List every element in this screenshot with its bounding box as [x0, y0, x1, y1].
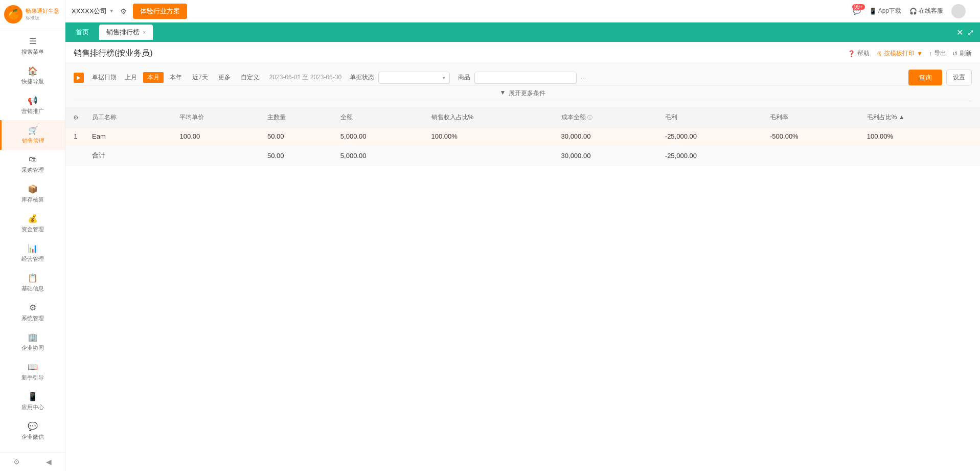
- date-tab-custom[interactable]: 自定义: [237, 72, 263, 83]
- date-tab-this-month[interactable]: 本月: [143, 72, 164, 83]
- cell-gross-ratio-0: 100.00%: [861, 127, 980, 146]
- online-service-label: 在线客服: [919, 7, 943, 15]
- sidebar-item-wechat[interactable]: 💬 企业微信: [0, 416, 65, 446]
- footer-quantity: 50.00: [261, 146, 334, 166]
- trial-button[interactable]: 体验行业方案: [133, 4, 187, 19]
- goods-filter: 商品 ···: [458, 72, 586, 84]
- expand-more-filters[interactable]: ▼ 展开更多条件: [74, 85, 972, 101]
- table-footer-row: 合计 50.00 5,000.00 30,000.00 -25,000.00: [65, 146, 980, 166]
- nav-label-enterprise: 企业协同: [21, 344, 44, 352]
- status-select[interactable]: [378, 72, 450, 84]
- nav-icon-vip: V: [30, 451, 35, 452]
- page-content-area: 销售排行榜(按业务员) ❓ 帮助 🖨 按模板打印 ▼ ↑: [65, 42, 980, 471]
- cell-sales-ratio-0: 100.00%: [425, 127, 555, 146]
- export-button[interactable]: ↑ 导出: [929, 49, 946, 58]
- date-range-display: 2023-06-01 至 2023-06-30: [269, 73, 341, 82]
- nav-icon-marketing: 📢: [28, 96, 38, 105]
- sidebar-item-vip[interactable]: V 畅会员: [0, 446, 65, 452]
- nav-icon-wechat: 💬: [28, 421, 38, 431]
- tab-close-all-icon[interactable]: ✕: [956, 28, 963, 37]
- sidebar-item-enterprise[interactable]: 🏢 企业协同: [0, 327, 65, 357]
- nav-icon-purchase: 🛍: [29, 155, 37, 164]
- tab-sales-ranking[interactable]: 销售排行榜 ×: [99, 25, 153, 40]
- goods-more-icon[interactable]: ···: [581, 74, 586, 81]
- filter-collapse-btn[interactable]: ▶: [74, 73, 84, 83]
- cell-quantity-0: 50.00: [261, 127, 334, 146]
- expand-more-label: 展开更多条件: [509, 89, 545, 98]
- nav-label-purchase: 采购管理: [21, 166, 44, 174]
- print-dropdown-icon: ▼: [917, 50, 923, 57]
- user-avatar[interactable]: [951, 4, 966, 18]
- sidebar-item-search-order[interactable]: ☰ 搜索菜单: [0, 31, 65, 61]
- nav-icon-enterprise: 🏢: [28, 332, 38, 342]
- th-name: 员工名称: [86, 108, 173, 127]
- footer-avg-price: [173, 146, 261, 166]
- table-header: ⚙ 员工名称 平均单价 主数量 全额 销售收入占比% 成本全额 ⓘ: [65, 108, 980, 127]
- sidebar-item-app-center[interactable]: 📱 应用中心: [0, 387, 65, 416]
- headset-icon: 🎧: [909, 8, 917, 15]
- table-footer: 合计 50.00 5,000.00 30,000.00 -25,000.00: [65, 146, 980, 166]
- app-download-button[interactable]: 📱 App下载: [869, 7, 901, 15]
- footer-gross-ratio: [861, 146, 980, 166]
- cell-rank-0: 1: [65, 127, 86, 146]
- main-content: XXXXX公司 ▼ ⚙ 体验行业方案 💬 99+ 📱 App下载 🎧 在线客服: [65, 0, 980, 471]
- collapse-sidebar-icon[interactable]: ◀: [46, 458, 52, 466]
- nav-label-wechat: 企业微信: [21, 433, 44, 441]
- sidebar-item-purchase[interactable]: 🛍 采购管理: [0, 150, 65, 179]
- nav-icon-guide: 📖: [28, 362, 38, 372]
- date-tab-more[interactable]: 更多: [214, 72, 235, 83]
- nav-label-operations: 经营管理: [21, 255, 44, 263]
- data-table: ⚙ 员工名称 平均单价 主数量 全额 销售收入占比% 成本全额 ⓘ: [65, 108, 980, 166]
- sidebar-item-operations[interactable]: 📊 经营管理: [0, 238, 65, 268]
- th-gross-ratio: 毛利占比% ▲: [861, 108, 980, 127]
- goods-filter-label: 商品: [458, 73, 470, 82]
- sidebar-item-guide[interactable]: 📖 新手引导: [0, 357, 65, 387]
- tab-sales-ranking-label: 销售排行榜: [106, 28, 140, 37]
- status-filter-label: 单据状态: [350, 73, 374, 82]
- sidebar-item-inventory[interactable]: 📦 库存核算: [0, 179, 65, 209]
- date-tabs: 上月 本月 本年 近7天 更多 自定义: [121, 72, 263, 83]
- date-filter-label: 单据日期: [92, 73, 117, 82]
- message-icon[interactable]: 💬 99+: [853, 7, 861, 15]
- date-tab-7days[interactable]: 近7天: [188, 72, 212, 83]
- cell-amount-0: 5,000.00: [334, 127, 425, 146]
- sidebar-item-basic-info[interactable]: 📋 基础信息: [0, 268, 65, 298]
- header-settings-icon[interactable]: ⚙: [120, 7, 127, 15]
- page-header: 销售排行榜(按业务员) ❓ 帮助 🖨 按模板打印 ▼ ↑: [65, 42, 980, 63]
- sidebar-item-marketing[interactable]: 📢 营销推广: [0, 91, 65, 120]
- template-print-label: 按模板打印: [884, 49, 915, 58]
- gross-ratio-sort-icon[interactable]: ▲: [899, 114, 905, 121]
- refresh-button[interactable]: ↺ 刷新: [952, 49, 972, 58]
- footer-gross-rate: [764, 146, 861, 166]
- sidebar-item-finance[interactable]: 💰 资金管理: [0, 209, 65, 238]
- nav-icon-app-center: 📱: [28, 392, 38, 401]
- cost-info-icon[interactable]: ⓘ: [587, 115, 592, 120]
- sidebar-item-sales[interactable]: 🛒 销售管理: [0, 120, 65, 150]
- column-settings-icon[interactable]: ⚙: [73, 114, 79, 121]
- tab-home[interactable]: 首页: [67, 24, 97, 41]
- query-button[interactable]: 查询: [908, 70, 942, 85]
- settings-bottom-icon[interactable]: ⚙: [13, 458, 20, 466]
- tab-close-icon[interactable]: ×: [143, 29, 146, 35]
- sidebar-item-quick-nav[interactable]: 🏠 快捷导航: [0, 61, 65, 91]
- template-print-button[interactable]: 🖨 按模板打印 ▼: [876, 49, 923, 58]
- export-label: 导出: [934, 49, 946, 58]
- logo-badge: 标准版: [26, 15, 59, 21]
- date-tab-this-year[interactable]: 本年: [166, 72, 186, 83]
- sidebar-item-system[interactable]: ⚙ 系统管理: [0, 298, 65, 327]
- cell-gross-0: -25,000.00: [659, 127, 764, 146]
- date-tab-last-month[interactable]: 上月: [121, 72, 141, 83]
- online-service-button[interactable]: 🎧 在线客服: [909, 7, 943, 15]
- help-button[interactable]: ❓ 帮助: [848, 49, 870, 58]
- th-cost: 成本全额 ⓘ: [555, 108, 659, 127]
- print-icon: 🖨: [876, 50, 882, 57]
- settings-button[interactable]: 设置: [946, 70, 972, 85]
- sidebar: 🍊 畅康通好生意 标准版 ☰ 搜索菜单 🏠 快捷导航 📢 营销推广 🛒 销售管理…: [0, 0, 65, 471]
- nav-label-basic-info: 基础信息: [21, 285, 44, 293]
- company-selector[interactable]: XXXXX公司 ▼: [72, 7, 114, 16]
- tab-maximize-icon[interactable]: ⤢: [967, 28, 974, 37]
- cell-avg-price-0: 100.00: [173, 127, 261, 146]
- goods-input[interactable]: [474, 72, 577, 84]
- nav-label-search-order: 搜索菜单: [21, 48, 44, 56]
- filter-area: ▶ 单据日期 上月 本月 本年 近7天 更多 自定义: [65, 63, 980, 108]
